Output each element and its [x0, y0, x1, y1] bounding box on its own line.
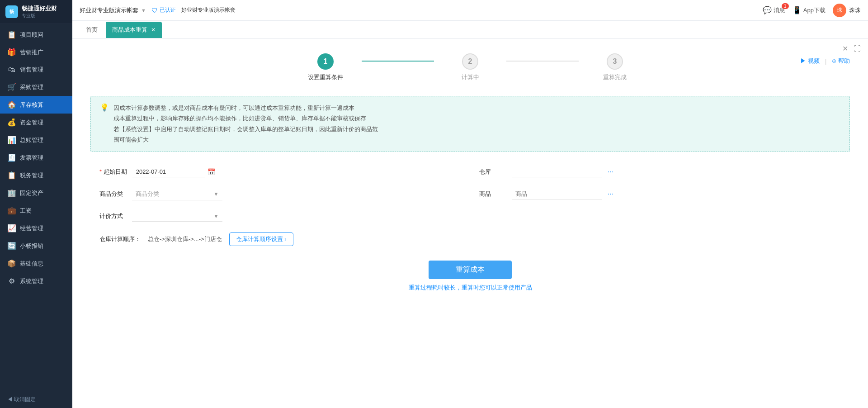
- sidebar-item-finance[interactable]: 💰 资金管理: [0, 114, 72, 131]
- category-select[interactable]: 商品分类 ▼: [132, 188, 222, 200]
- goods-more-icon[interactable]: ···: [608, 190, 613, 198]
- app-subtitle: 专业版: [22, 13, 57, 19]
- topbar: 好业财专业版演示帐套 ▼ 🛡 已认证 好业财专业版演示帐套 💬 消息 1 📱 A…: [72, 0, 868, 21]
- sidebar-item-ledger[interactable]: 📊 总账管理: [0, 131, 72, 149]
- tabbar: 首页 商品成本重算 ✕: [72, 21, 868, 39]
- start-date-field: 起始日期 📅: [99, 166, 461, 177]
- warehouse-order-btn-label: 仓库计算顺序设置 ›: [236, 235, 287, 243]
- calendar-icon[interactable]: 📅: [208, 168, 215, 176]
- step-2-label: 计算中: [462, 73, 479, 81]
- warehouse-order-label: 仓库计算顺序：: [99, 235, 141, 243]
- recalc-button[interactable]: 重算成本: [429, 261, 512, 279]
- account-name: 好业财专业版演示帐套: [80, 6, 138, 14]
- sidebar-item-purchase[interactable]: 🛒 采购管理: [0, 78, 72, 96]
- video-link[interactable]: ▶ 视频: [800, 57, 820, 65]
- sidebar-item-marketing[interactable]: 🎁 营销推广: [0, 43, 72, 61]
- tax-icon: 📋: [7, 171, 16, 180]
- steps-container: 1 设置重算条件 2 计算中 3 重算完成: [289, 53, 651, 81]
- basic-icon: 📦: [7, 259, 16, 268]
- pricing-field: 计价方式 ▼: [99, 211, 461, 222]
- account-dropdown-icon: ▼: [141, 8, 146, 13]
- user-profile[interactable]: 珠 珠珠: [833, 4, 861, 17]
- step-connector-2: [506, 61, 579, 62]
- shield-icon: 🛡: [151, 7, 158, 14]
- recalc-section: 重算成本 重算过程耗时较长，重算时您可以正常使用产品: [99, 261, 841, 292]
- sidebar-item-inventory[interactable]: 🏠 库存核算: [0, 96, 72, 114]
- step-3-circle: 3: [607, 53, 623, 70]
- start-date-label: 起始日期: [99, 168, 127, 176]
- sidebar-item-label: 总账管理: [20, 136, 43, 144]
- verified-badge: 🛡 已认证: [151, 6, 176, 14]
- form-row-1: 起始日期 📅 仓库 ···: [99, 166, 841, 177]
- warehouse-order-settings-button[interactable]: 仓库计算顺序设置 ›: [229, 232, 293, 246]
- username-label: 珠珠: [849, 6, 861, 14]
- step-1-label: 设置重算条件: [308, 73, 343, 81]
- form-row-3: 计价方式 ▼: [99, 211, 841, 222]
- main-area: 好业财专业版演示帐套 ▼ 🛡 已认证 好业财专业版演示帐套 💬 消息 1 📱 A…: [72, 0, 868, 408]
- help-link[interactable]: ⊙ 帮助: [832, 57, 850, 65]
- sidebar-item-asset[interactable]: 🏢 固定资产: [0, 184, 72, 202]
- recalc-hint: 重算过程耗时较长，重算时您可以正常使用产品: [409, 284, 532, 292]
- sidebar-item-system[interactable]: ⚙ 系统管理: [0, 272, 72, 290]
- step-1-circle: 1: [317, 53, 334, 70]
- info-line-1: 因成本计算参数调整，或是对商品成本有疑问时，可以通过成本重算功能，重新计算一遍成…: [113, 103, 378, 113]
- sidebar-item-sales[interactable]: 🛍 销售管理: [0, 61, 72, 78]
- tab-close-icon[interactable]: ✕: [151, 27, 156, 33]
- inventory-icon: 🏠: [7, 100, 16, 109]
- invoice-icon: 🧾: [7, 153, 16, 162]
- step-1: 1 设置重算条件: [289, 53, 362, 81]
- content-area: ✕ ⛶ 1 设置重算条件 2 计算中: [72, 39, 868, 408]
- sidebar-item-label: 税务管理: [20, 171, 43, 180]
- info-box: 💡 因成本计算参数调整，或是对商品成本有疑问时，可以通过成本重算功能，重新计算一…: [90, 96, 850, 152]
- account-selector[interactable]: 好业财专业版演示帐套 ▼: [80, 6, 146, 14]
- app-download-button[interactable]: 📱 App下载: [793, 6, 826, 14]
- pricing-select[interactable]: ▼: [132, 211, 222, 222]
- info-line-2: 成本重算过程中，影响库存账的操作均不能操作，比如进货单、销货单、库存单据不能审核…: [113, 113, 378, 123]
- sidebar-item-label: 资金管理: [20, 119, 43, 127]
- verified-label: 已认证: [160, 6, 176, 14]
- tab-home[interactable]: 首页: [80, 22, 104, 38]
- sales-icon: 🛍: [7, 66, 16, 74]
- account-verified-name: 好业财专业版演示帐套: [181, 6, 236, 14]
- pricing-label: 计价方式: [99, 212, 127, 220]
- messages-button[interactable]: 💬 消息 1: [763, 6, 785, 14]
- operation-icon: 📈: [7, 224, 16, 232]
- phone-icon: 📱: [793, 6, 802, 14]
- expand-window-icon[interactable]: ⛶: [854, 45, 861, 53]
- sidebar-unpin-button[interactable]: ◀ 取消固定: [0, 391, 72, 408]
- sidebar-item-label: 营销推广: [20, 48, 43, 57]
- form-section: 起始日期 📅 仓库 ··· 商品分类 商品分类: [90, 166, 850, 292]
- info-icon: 💡: [100, 103, 109, 112]
- sidebar-header: 畅 畅捷通好业财 专业版: [0, 0, 72, 24]
- ledger-icon: 📊: [7, 136, 16, 144]
- info-line-3: 若【系统设置】中启用了自动调整记账日期时，会调整入库单的整单记账日期，因此重新计…: [113, 124, 378, 134]
- sidebar-item-operation[interactable]: 📈 经营管理: [0, 219, 72, 237]
- finance-icon: 💰: [7, 118, 16, 127]
- topbar-actions: 💬 消息 1 📱 App下载 珠 珠珠: [763, 4, 861, 17]
- window-controls: ✕ ⛶: [842, 44, 861, 53]
- close-window-icon[interactable]: ✕: [842, 44, 848, 53]
- expense-icon: 🔄: [7, 242, 16, 250]
- goods-field: 商品 ···: [479, 189, 841, 199]
- sidebar-item-invoice[interactable]: 🧾 发票管理: [0, 149, 72, 166]
- sidebar-item-label: 经营管理: [20, 224, 43, 232]
- sidebar-item-label: 工资: [20, 207, 32, 215]
- goods-input[interactable]: [512, 189, 602, 199]
- sidebar-item-expense[interactable]: 🔄 小畅报销: [0, 237, 72, 255]
- warehouse-more-icon[interactable]: ···: [608, 168, 613, 176]
- tab-recalc[interactable]: 商品成本重算 ✕: [106, 22, 162, 38]
- steps-help-links: ▶ 视频 | ⊙ 帮助: [800, 57, 850, 65]
- sidebar-item-basic[interactable]: 📦 基础信息: [0, 255, 72, 272]
- pricing-chevron-icon: ▼: [213, 213, 219, 219]
- tab-home-label: 首页: [86, 26, 98, 34]
- sidebar-item-project[interactable]: 📋 项目顾问: [0, 26, 72, 43]
- step-3-label: 重算完成: [603, 73, 627, 81]
- info-text: 因成本计算参数调整，或是对商品成本有疑问时，可以通过成本重算功能，重新计算一遍成…: [113, 103, 378, 145]
- start-date-input[interactable]: [132, 166, 205, 177]
- app-logo: 畅: [5, 5, 18, 18]
- sidebar-item-salary[interactable]: 💼 工资: [0, 202, 72, 219]
- category-label: 商品分类: [99, 190, 127, 198]
- sidebar-item-tax[interactable]: 📋 税务管理: [0, 166, 72, 184]
- warehouse-input[interactable]: [512, 166, 602, 177]
- messages-badge: 1: [782, 3, 789, 9]
